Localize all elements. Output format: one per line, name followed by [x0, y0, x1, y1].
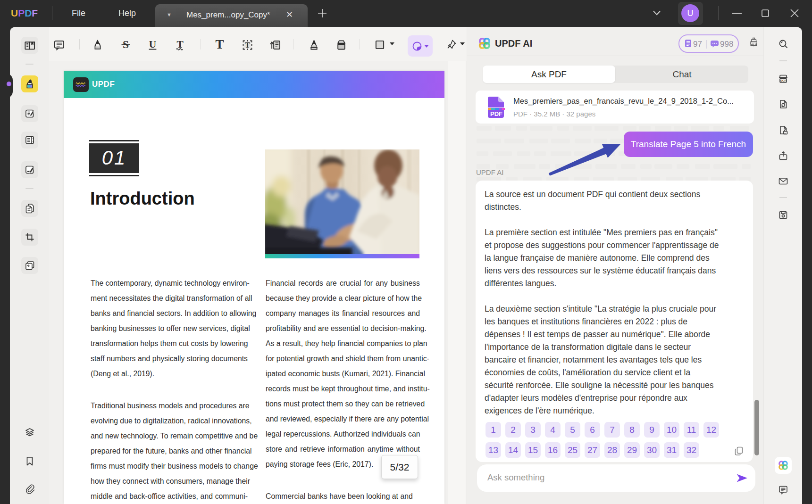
- svg-text:U: U: [149, 39, 156, 50]
- svg-text:T: T: [176, 39, 183, 50]
- svg-text:OCR: OCR: [780, 79, 787, 82]
- svg-text:T: T: [245, 41, 250, 49]
- svg-text:PDF: PDF: [490, 110, 502, 117]
- svg-text:T: T: [215, 39, 224, 51]
